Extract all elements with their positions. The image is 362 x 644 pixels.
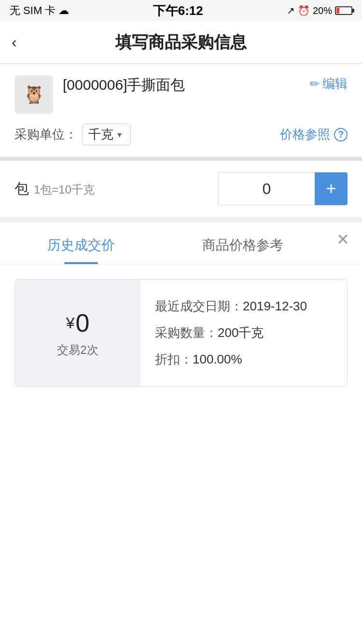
- unit-select-dropdown[interactable]: 千克 ▾: [82, 124, 131, 145]
- edit-button[interactable]: ✏ 编辑: [310, 75, 348, 92]
- back-button[interactable]: ‹: [12, 33, 17, 51]
- bottom-area: [0, 401, 362, 644]
- qty-conversion: 1包=10千克: [34, 182, 95, 197]
- location-icon: ↗: [287, 5, 295, 16]
- price-detail-discount-label: 折扣：: [155, 352, 193, 366]
- unit-value: 千克: [88, 126, 113, 143]
- status-right: ↗ ⏰ 20%: [287, 5, 352, 16]
- product-section: 🦉 [0000006]手撕面包 ✏ 编辑 采购单位： 千克 ▾ 价格参照 ?: [0, 64, 362, 157]
- qty-plus-button[interactable]: +: [315, 172, 348, 205]
- status-left: 无 SIM 卡 ☁: [10, 3, 69, 18]
- price-detail-qty-value: 200千克: [218, 325, 264, 340]
- price-detail-date: 最近成交日期：2019-12-30: [155, 297, 333, 316]
- price-card-right: 最近成交日期：2019-12-30 采购数量：200千克 折扣：100.00%: [140, 280, 347, 386]
- tab-product-price-ref[interactable]: 商品价格参考: [162, 223, 323, 264]
- qty-input-group: +: [218, 172, 348, 205]
- price-detail-qty: 采购数量：200千克: [155, 323, 333, 342]
- tabs-header: 历史成交价 商品价格参考 ✕: [0, 223, 362, 265]
- page-title: 填写商品采购信息: [115, 31, 247, 54]
- product-image-icon: 🦉: [23, 84, 45, 105]
- tab-close-button[interactable]: ✕: [323, 230, 362, 256]
- unit-left: 采购单位： 千克 ▾: [14, 124, 131, 145]
- qty-input[interactable]: [218, 172, 315, 205]
- price-detail-date-label: 最近成交日期：: [155, 299, 243, 313]
- scroll-indicator: [0, 157, 362, 161]
- info-icon: ?: [334, 128, 348, 141]
- status-time: 下午6:12: [153, 2, 203, 19]
- product-info: [0000006]手撕面包: [63, 75, 185, 94]
- tabs-section: 历史成交价 商品价格参考 ✕ ¥ 0 交易2次 最近成交日期：2019-12-3…: [0, 223, 362, 401]
- price-trades: 交易2次: [57, 342, 98, 358]
- price-detail-discount: 折扣：100.00%: [155, 350, 333, 369]
- product-name: [0000006]手撕面包: [63, 75, 185, 94]
- price-detail-date-value: 2019-12-30: [243, 299, 307, 313]
- price-ref-button[interactable]: 价格参照 ?: [280, 126, 348, 143]
- unit-label: 采购单位：: [14, 126, 77, 143]
- price-ref-label: 价格参照: [280, 126, 330, 143]
- product-left: 🦉 [0000006]手撕面包: [14, 75, 185, 114]
- quantity-label: 包 1包=10千克: [14, 179, 95, 199]
- price-card-left: ¥ 0 交易2次: [15, 280, 140, 386]
- quantity-row: 包 1包=10千克 +: [0, 161, 362, 217]
- tab-product-price-ref-label: 商品价格参考: [202, 238, 283, 252]
- alarm-icon: ⏰: [298, 5, 310, 16]
- price-number: 0: [75, 308, 89, 337]
- price-detail-qty-label: 采购数量：: [155, 325, 218, 340]
- tab-history-price-label: 历史成交价: [47, 238, 115, 252]
- qty-unit: 包: [14, 179, 29, 199]
- price-amount: ¥ 0: [66, 308, 90, 337]
- battery-icon: [335, 6, 352, 15]
- nav-bar: ‹ 填写商品采购信息: [0, 21, 362, 64]
- product-unit-row: 采购单位： 千克 ▾ 价格参照 ?: [14, 124, 348, 145]
- signal-text: 无 SIM 卡 ☁: [10, 3, 69, 18]
- price-detail-discount-value: 100.00%: [193, 352, 242, 366]
- product-header: 🦉 [0000006]手撕面包 ✏ 编辑: [14, 75, 348, 114]
- currency-symbol: ¥: [66, 314, 75, 332]
- edit-icon: ✏: [310, 77, 320, 91]
- edit-label: 编辑: [322, 75, 348, 92]
- tab-history-price[interactable]: 历史成交价: [0, 223, 162, 264]
- chevron-down-icon: ▾: [117, 129, 122, 140]
- status-bar: 无 SIM 卡 ☁ 下午6:12 ↗ ⏰ 20%: [0, 0, 362, 21]
- tab-content: ¥ 0 交易2次 最近成交日期：2019-12-30 采购数量：200千克 折扣…: [0, 265, 362, 401]
- battery-pct: 20%: [313, 5, 332, 16]
- price-card: ¥ 0 交易2次 最近成交日期：2019-12-30 采购数量：200千克 折扣…: [14, 279, 348, 387]
- product-thumbnail: 🦉: [14, 75, 53, 114]
